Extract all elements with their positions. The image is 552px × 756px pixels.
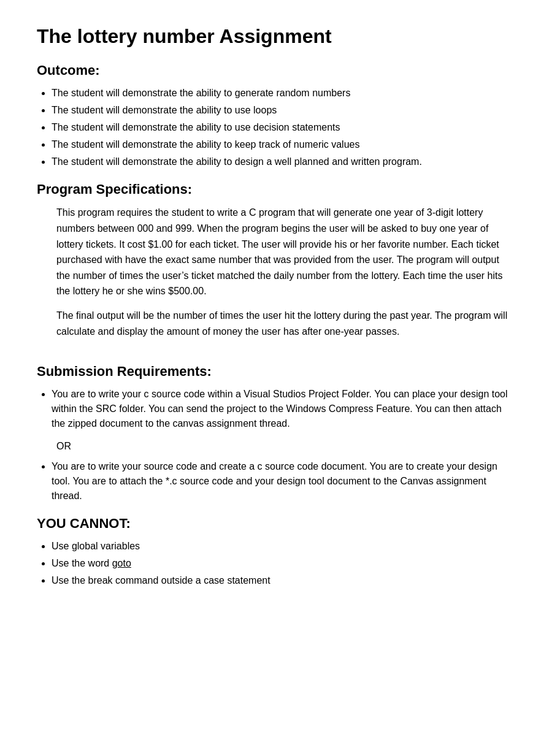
you-cannot-list: Use global variables Use the word goto U… <box>52 539 515 588</box>
program-specs-paragraph-2: The final output will be the number of t… <box>56 308 515 339</box>
list-item: Use global variables <box>52 539 515 554</box>
submission-list-1: You are to write your c source code with… <box>52 387 515 431</box>
list-item: You are to write your c source code with… <box>52 387 515 431</box>
outcome-list: The student will demonstrate the ability… <box>52 86 515 169</box>
list-item: The student will demonstrate the ability… <box>52 155 515 169</box>
list-item: The student will demonstrate the ability… <box>52 120 515 135</box>
outcome-heading: Outcome: <box>37 63 515 78</box>
page-title: The lottery number Assignment <box>37 25 515 48</box>
list-item: The student will demonstrate the ability… <box>52 103 515 118</box>
list-item: You are to write your source code and cr… <box>52 459 515 503</box>
list-item: The student will demonstrate the ability… <box>52 137 515 152</box>
list-item: Use the word goto <box>52 556 515 571</box>
list-item: The student will demonstrate the ability… <box>52 86 515 101</box>
you-cannot-heading: YOU CANNOT: <box>37 516 515 532</box>
or-text: OR <box>56 441 515 452</box>
submission-section: Submission Requirements: You are to writ… <box>37 364 515 503</box>
you-cannot-section: YOU CANNOT: Use global variables Use the… <box>37 516 515 588</box>
program-specs-heading: Program Specifications: <box>37 181 515 197</box>
submission-heading: Submission Requirements: <box>37 364 515 380</box>
outcome-section: Outcome: The student will demonstrate th… <box>37 63 515 169</box>
list-item: Use the break command outside a case sta… <box>52 573 515 588</box>
program-specs-paragraph-1: This program requires the student to wri… <box>56 205 515 299</box>
program-specs-section: Program Specifications: This program req… <box>37 181 515 339</box>
submission-list-2: You are to write your source code and cr… <box>52 459 515 503</box>
